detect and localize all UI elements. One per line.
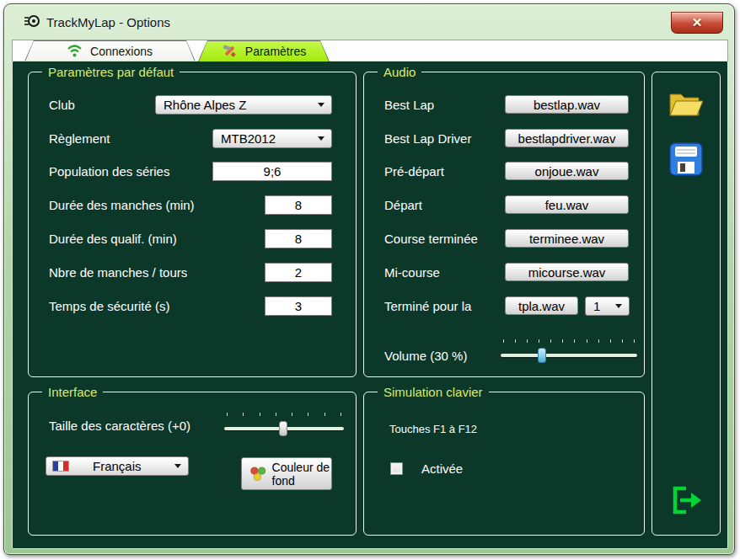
row-reglement: Règlement MTB2012 bbox=[29, 129, 356, 149]
volume-label: Volume (30 %) bbox=[384, 349, 467, 363]
row-club: Club Rhône Alpes Z bbox=[29, 95, 356, 115]
group-defaults-title: Paramètres par défaut bbox=[42, 65, 180, 79]
micourse-label: Mi-course bbox=[384, 265, 440, 280]
tpla-count-value: 1 bbox=[586, 299, 615, 313]
row-volume: Volume (30 %) bbox=[364, 346, 644, 366]
color-balls-icon bbox=[249, 466, 266, 482]
save-floppy-icon[interactable] bbox=[668, 141, 704, 177]
background-color-button-label: Couleur de fond bbox=[272, 461, 331, 488]
group-audio-title: Audio bbox=[378, 65, 421, 79]
language-select[interactable]: Français bbox=[46, 456, 189, 476]
micourse-sound-button[interactable]: micourse.wav bbox=[505, 263, 629, 281]
font-size-slider-thumb[interactable] bbox=[279, 421, 287, 436]
activee-label: Activée bbox=[421, 461, 463, 476]
tab-connexions-label: Connexions bbox=[90, 45, 153, 58]
group-interface: Interface Taille des caractères (+0) Fra… bbox=[28, 392, 357, 536]
slider-ticks bbox=[224, 413, 344, 417]
row-population: Population des séries bbox=[29, 162, 356, 182]
nbre-manches-input[interactable] bbox=[265, 263, 332, 282]
predepart-sound-button[interactable]: onjoue.wav bbox=[505, 162, 629, 180]
french-flag-icon bbox=[52, 461, 69, 472]
app-icon bbox=[24, 13, 40, 29]
club-select[interactable]: Rhône Alpes Z bbox=[155, 95, 332, 115]
depart-sound-button[interactable]: feu.wav bbox=[505, 195, 629, 214]
population-input[interactable] bbox=[212, 162, 332, 181]
group-audio: Audio Best Lap bestlap.wav Best Lap Driv… bbox=[363, 72, 645, 377]
predepart-label: Pré-départ bbox=[384, 164, 444, 179]
duree-qualif-label: Durée des qualif. (min) bbox=[49, 232, 177, 246]
exit-icon[interactable] bbox=[669, 484, 703, 516]
row-micourse: Mi-course micourse.wav bbox=[364, 263, 644, 283]
font-size-label: Taille des caractères (+0) bbox=[49, 419, 190, 433]
close-button[interactable]: ✕ bbox=[671, 12, 723, 34]
group-simulation: Simulation clavier Touches F1 à F12 Acti… bbox=[363, 392, 645, 536]
slider-track[interactable] bbox=[501, 354, 637, 357]
row-predepart: Pré-départ onjoue.wav bbox=[364, 162, 644, 182]
row-activee: Activée bbox=[390, 461, 463, 476]
options-window: TrackMyLap - Options ✕ Connexions bbox=[3, 3, 735, 555]
chevron-down-icon bbox=[318, 136, 324, 141]
row-tpla: Terminé pour la tpla.wav 1 bbox=[364, 296, 644, 317]
client-area: Paramètres par défaut Club Rhône Alpes Z… bbox=[12, 61, 728, 549]
club-label: Club bbox=[49, 98, 75, 112]
row-course-terminee: Course terminée terminee.wav bbox=[364, 229, 644, 249]
row-temps-securite: Temps de sécurité (s) bbox=[29, 296, 356, 317]
language-value: Français bbox=[69, 459, 174, 473]
background-color-button[interactable]: Couleur de fond bbox=[241, 457, 332, 490]
population-label: Population des séries bbox=[49, 164, 169, 179]
wifi-icon bbox=[67, 45, 82, 57]
bestlap-sound-button[interactable]: bestlap.wav bbox=[505, 95, 629, 114]
title-bar: TrackMyLap - Options ✕ bbox=[4, 4, 734, 40]
chevron-down-icon bbox=[318, 103, 324, 107]
reglement-select[interactable]: MTB2012 bbox=[212, 129, 332, 148]
reglement-value: MTB2012 bbox=[213, 131, 318, 146]
activee-checkbox[interactable] bbox=[390, 462, 403, 475]
keys-info-label: Touches F1 à F12 bbox=[389, 423, 477, 435]
tpla-count-select[interactable]: 1 bbox=[585, 296, 630, 316]
tpla-sound-button[interactable]: tpla.wav bbox=[505, 296, 578, 315]
row-duree-manches: Durée des manches (min) bbox=[29, 195, 356, 216]
temps-securite-input[interactable] bbox=[265, 296, 332, 316]
reglement-label: Règlement bbox=[49, 131, 110, 146]
group-interface-title: Interface bbox=[42, 385, 103, 399]
row-duree-qualif: Durée des qualif. (min) bbox=[29, 229, 356, 249]
course-terminee-label: Course terminée bbox=[384, 232, 478, 246]
window-title: TrackMyLap - Options bbox=[46, 15, 170, 29]
club-value: Rhône Alpes Z bbox=[156, 98, 318, 112]
row-depart: Départ feu.wav bbox=[364, 195, 644, 216]
row-nbre-manches: Nbre de manches / tours bbox=[29, 263, 356, 283]
tab-parametres[interactable]: Paramètres bbox=[198, 40, 330, 61]
bestlap-label: Best Lap bbox=[384, 98, 434, 112]
duree-manches-input[interactable] bbox=[265, 195, 332, 215]
depart-label: Départ bbox=[384, 198, 422, 212]
bestlapdriver-label: Best Lap Driver bbox=[384, 131, 471, 146]
duree-manches-label: Durée des manches (min) bbox=[49, 198, 195, 212]
temps-securite-label: Temps de sécurité (s) bbox=[49, 299, 169, 313]
row-font-size: Taille des caractères (+0) bbox=[29, 416, 356, 436]
side-panel bbox=[652, 72, 721, 536]
chevron-down-icon bbox=[174, 464, 181, 468]
tab-strip: Connexions Paramètres bbox=[12, 40, 728, 61]
chevron-down-icon bbox=[615, 304, 622, 308]
tab-connexions[interactable]: Connexions bbox=[24, 40, 196, 61]
slider-ticks bbox=[501, 339, 637, 344]
group-simulation-title: Simulation clavier bbox=[378, 385, 489, 399]
duree-qualif-input[interactable] bbox=[265, 229, 332, 248]
volume-slider-thumb[interactable] bbox=[538, 348, 546, 363]
font-size-slider[interactable] bbox=[224, 413, 344, 436]
tpla-label: Terminé pour la bbox=[384, 299, 471, 313]
group-defaults: Paramètres par défaut Club Rhône Alpes Z… bbox=[28, 72, 357, 377]
course-terminee-sound-button[interactable]: terminee.wav bbox=[505, 229, 629, 248]
row-bestlap: Best Lap bestlap.wav bbox=[364, 95, 644, 115]
nbre-manches-label: Nbre de manches / tours bbox=[49, 265, 187, 280]
folder-open-icon[interactable] bbox=[668, 88, 705, 119]
bestlapdriver-sound-button[interactable]: bestlapdriver.wav bbox=[505, 129, 629, 147]
tab-parametres-label: Paramètres bbox=[245, 45, 306, 58]
tools-icon bbox=[222, 45, 237, 58]
volume-slider[interactable] bbox=[501, 339, 637, 363]
row-bestlapdriver: Best Lap Driver bestlapdriver.wav bbox=[364, 129, 644, 149]
